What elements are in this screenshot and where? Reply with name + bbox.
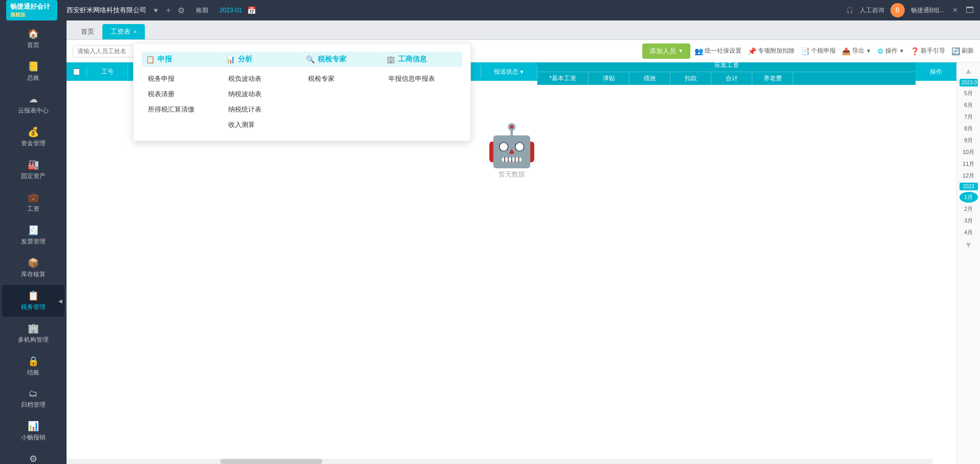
th-perf: 绩效 (629, 72, 670, 85)
timeline-nav-down[interactable]: ▼ (963, 238, 975, 252)
sidebar-item-report[interactable]: 📊 小畅报销 (2, 415, 64, 447)
th-pension: 养老费 (752, 72, 793, 85)
timeline-month-5[interactable]: 5月 (960, 88, 978, 99)
horizontal-scrollbar[interactable] (67, 459, 933, 464)
user-name[interactable]: 畅捷通B组... (911, 6, 945, 15)
restore-window-button[interactable]: 🗖 (966, 6, 974, 15)
new-guide-button[interactable]: ❓ 新手引导 (910, 47, 945, 55)
main-layout: 🏠 首页 📒 总账 ☁ 云报表中心 💰 资金管理 🏭 固定资产 💼 工资 🧾 发… (0, 20, 980, 464)
tax-report-button[interactable]: 📑 个税申报 (801, 47, 836, 55)
dropdown-item-tax-stat[interactable]: 纳税统计表 (222, 102, 302, 117)
report-filter-icon[interactable]: ▼ (519, 69, 525, 75)
dropdown-item-tax-fluctuation[interactable]: 纳税波动表 (222, 86, 302, 102)
special-deduct-button[interactable]: 📌 专项附加扣除 (748, 47, 795, 55)
refresh-label: 刷新 (962, 47, 974, 55)
calendar-icon[interactable]: 📅 (247, 6, 256, 14)
timeline-nav-up[interactable]: ▲ (963, 64, 975, 78)
th-id: 工号 (87, 65, 128, 78)
timeline-month-12[interactable]: 12月 (960, 170, 978, 181)
sidebar-item-salary[interactable]: 💼 工资 (2, 187, 64, 218)
th-wage-header: 应发工资 (537, 62, 916, 72)
sidebar-item-assets[interactable]: 🏭 固定资产 (2, 154, 64, 186)
tab-home-label: 首页 (81, 27, 94, 36)
social-insurance-label: 统一社保设置 (705, 47, 742, 55)
sidebar-item-archive[interactable]: 🗂 归档管理 (2, 383, 64, 414)
sidebar: 🏠 首页 📒 总账 ☁ 云报表中心 💰 资金管理 🏭 固定资产 💼 工资 🧾 发… (0, 20, 67, 464)
scrollbar-thumb[interactable] (220, 459, 322, 464)
dropdown-item-annual-report[interactable]: 年报信息申报表 (382, 71, 463, 86)
sidebar-label-report: 小畅报销 (21, 433, 46, 442)
sidebar-item-multi[interactable]: 🏢 多机构管理 (2, 318, 64, 349)
operations-label: 操作 (885, 47, 898, 55)
close-window-button[interactable]: × (953, 6, 957, 15)
tab-salary-close[interactable]: × (134, 29, 137, 35)
timeline-month-7[interactable]: 7月 (960, 112, 978, 122)
company-dropdown-icon[interactable]: ▼ (153, 7, 159, 14)
sidebar-item-invoice[interactable]: 🧾 发票管理 (2, 219, 64, 251)
dropdown-item-income-tax[interactable]: 所得税汇算清缴 (142, 102, 222, 117)
sidebar-collapse-icon: ◀ (58, 298, 62, 304)
timeline-month-9[interactable]: 9月 (960, 135, 978, 146)
export-button[interactable]: 📤 导出 ▼ (842, 47, 871, 55)
timeline-month-11[interactable]: 11月 (960, 159, 978, 169)
top-bar-right: 🎧 人工咨询 B 畅捷通B组... × 🗖 (846, 3, 974, 17)
empty-icon: 🤖 (486, 122, 537, 170)
sidebar-label-inventory: 库存核算 (21, 270, 46, 279)
cloud-icon: ☁ (29, 94, 38, 105)
export-arrow-icon: ▼ (866, 48, 871, 54)
dropdown-item-expert[interactable]: 税检专家 (302, 71, 382, 86)
timeline-month-3[interactable]: 3月 (960, 215, 978, 226)
tab-salary[interactable]: 工资表 × (102, 24, 145, 39)
sidebar-label-tax: 税务管理 (21, 303, 46, 312)
th-deduct: 扣款 (670, 72, 711, 85)
dropdown-item-tax-form[interactable]: 税表清册 (142, 86, 222, 102)
add-company-icon[interactable]: ＋ (164, 5, 172, 16)
timeline-month-4[interactable]: 4月 (960, 227, 978, 238)
expert-title: 税检专家 (318, 55, 346, 64)
sidebar-item-inventory[interactable]: 📦 库存核算 (2, 252, 64, 284)
dropdown-item-tax-burden[interactable]: 税负波动表 (222, 71, 302, 86)
sidebar-label-home: 首页 (27, 41, 39, 50)
social-insurance-button[interactable]: 👥 统一社保设置 (694, 47, 742, 55)
sidebar-item-funds[interactable]: 💰 资金管理 (2, 121, 64, 153)
sidebar-item-cloud[interactable]: ☁ 云报表中心 (2, 89, 64, 120)
sidebar-label-cloud: 云报表中心 (18, 106, 49, 115)
new-guide-label: 新手引导 (921, 47, 945, 55)
sidebar-item-ledger[interactable]: 📒 总账 (2, 56, 64, 87)
help-label[interactable]: 人工咨询 (860, 6, 884, 15)
business-icon: 🏢 (386, 55, 395, 63)
period-label: 账期 (196, 6, 208, 15)
assets-icon: 🏭 (28, 159, 39, 170)
salary-icon: 💼 (28, 192, 39, 203)
th-ops: 操作 (916, 65, 956, 78)
sidebar-item-home[interactable]: 🏠 首页 (2, 23, 64, 55)
add-person-button[interactable]: 添加人员 ▼ (642, 43, 690, 59)
expert-icon: 🔍 (306, 55, 315, 63)
dropdown-item-tax-declare[interactable]: 税务申报 (142, 71, 222, 86)
sidebar-label-funds: 资金管理 (21, 139, 46, 148)
timeline-month-8[interactable]: 8月 (960, 123, 978, 134)
select-all-checkbox[interactable] (73, 69, 80, 75)
special-deduct-label: 专项附加扣除 (758, 47, 795, 55)
operations-button[interactable]: ⚙ 操作 ▼ (877, 47, 904, 55)
timeline-month-6[interactable]: 6月 (960, 100, 978, 111)
timeline-month-2[interactable]: 2月 (960, 204, 978, 214)
timeline-month-1[interactable]: 1月 (960, 192, 978, 203)
th-report-status: 报送状态 ▼ (481, 65, 537, 78)
th-checkbox[interactable] (67, 67, 87, 77)
special-deduct-icon: 📌 (748, 47, 756, 55)
dropdown-section-declare: 📋 申报 税务申报 税表清册 所得税汇算清缴 (142, 52, 222, 132)
export-label: 导出 (852, 47, 864, 55)
tab-home[interactable]: 首页 (73, 24, 102, 39)
main-content: 首页 工资表 × 🔍 添加人员 ▼ 👥 统一社保设置 (67, 20, 980, 464)
timeline-month-10[interactable]: 10月 (960, 147, 978, 158)
dropdown-item-income-calc[interactable]: 收入测算 (222, 117, 302, 132)
add-person-label: 添加人员 (649, 47, 676, 56)
sidebar-item-close[interactable]: 🔒 结账 (2, 350, 64, 382)
refresh-button[interactable]: 🔄 刷新 (951, 47, 974, 55)
settings-icon[interactable]: ⚙ (178, 6, 185, 15)
sidebar-item-tax[interactable]: 📋 税务管理 ◀ (2, 285, 64, 317)
sidebar-label-invoice: 发票管理 (21, 237, 46, 246)
sidebar-item-settings[interactable]: ⚙ 基础设置 (2, 448, 64, 464)
dropdown-section-business: 🏢 工商信息 年报信息申报表 (382, 52, 463, 132)
